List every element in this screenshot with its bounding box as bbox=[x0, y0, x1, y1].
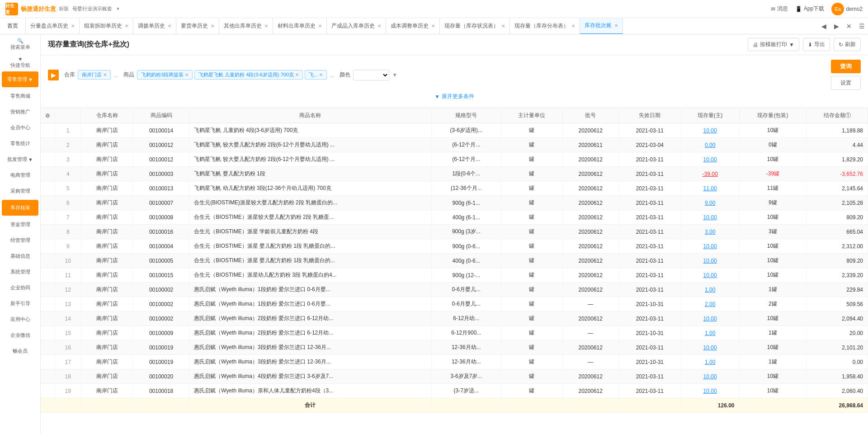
tab-cailiao[interactable]: 材料出库单历史 ✕ bbox=[273, 18, 327, 34]
tab-close-9[interactable]: ✕ bbox=[571, 24, 575, 28]
td-expiry: 2021-03-11 bbox=[618, 167, 681, 181]
tab-next-button[interactable]: ▶ bbox=[830, 20, 843, 33]
td-qty-main[interactable]: 9.00 bbox=[681, 196, 739, 210]
sidebar-item-basic[interactable]: 基础信息 bbox=[0, 248, 40, 264]
td-qty-main[interactable]: -39.00 bbox=[681, 167, 739, 181]
sidebar-item-member[interactable]: 会员中心 bbox=[0, 120, 40, 136]
product-tag-2-close[interactable]: ✕ bbox=[295, 72, 299, 77]
tab-kucun-active[interactable]: 库存批次账 ✕ bbox=[580, 18, 623, 34]
filter-product-tag-1[interactable]: 飞鹤奶粉3段两提装 ✕ bbox=[137, 70, 193, 80]
tab-diaobo[interactable]: 调拨单历史 ✕ bbox=[133, 18, 176, 34]
tab-close-1[interactable]: ✕ bbox=[125, 24, 128, 28]
td-qty-main[interactable]: 10.00 bbox=[681, 210, 739, 225]
expand-more-button[interactable]: ▼ 展开更多条件 bbox=[48, 90, 861, 103]
export-button[interactable]: ⬇ 导出 bbox=[803, 38, 830, 51]
filter-warehouse-tag[interactable]: 南岸门店 ✕ bbox=[78, 70, 111, 80]
sidebar-item-enterprise[interactable]: 企业协同 bbox=[0, 280, 40, 296]
tab-close-4[interactable]: ✕ bbox=[264, 24, 268, 28]
sidebar-item-retail[interactable]: 零售管理 ▼ bbox=[2, 71, 38, 87]
td-qty-main[interactable]: 11.00 bbox=[681, 181, 739, 196]
tab-menu-button[interactable]: ☰ bbox=[855, 20, 868, 33]
td-qty-main[interactable]: 3.00 bbox=[681, 225, 739, 239]
tab-close-5[interactable]: ✕ bbox=[318, 24, 322, 28]
tab-qitachuku[interactable]: 其他出库单历史 ✕ bbox=[219, 18, 273, 34]
td-qty-main[interactable]: 10.00 bbox=[681, 268, 739, 283]
filter-color-select[interactable] bbox=[353, 70, 389, 80]
td-qty-main[interactable]: 10.00 bbox=[681, 254, 739, 268]
app-download-button[interactable]: 📱 App下载 bbox=[795, 5, 824, 13]
td-name: 飞鹤星飞帆 较大婴儿配方奶粉 2段(6-12个月婴幼儿适用) ... bbox=[189, 152, 431, 167]
td-qty-main[interactable]: 10.00 bbox=[681, 239, 739, 254]
td-expiry: 2021-03-11 bbox=[618, 254, 681, 268]
sidebar-item-finance[interactable]: 资金管理 bbox=[0, 217, 40, 232]
tab-close-10[interactable]: ✕ bbox=[614, 23, 618, 28]
sidebar-search[interactable]: 🔍 搜索菜单 bbox=[0, 34, 40, 54]
tab-close-all-button[interactable]: ✕ bbox=[843, 20, 855, 33]
td-qty-main[interactable]: 10.00 bbox=[681, 369, 739, 384]
tab-yaohuo[interactable]: 要货单历史 ✕ bbox=[176, 18, 219, 34]
sidebar-item-app-center[interactable]: 应用中心 bbox=[0, 311, 40, 327]
tab-home[interactable]: 首页 bbox=[0, 18, 26, 34]
td-name: 惠氏启赋（Wyeth illuma）2段奶粉 爱尔兰进口 6-12月幼... bbox=[189, 311, 431, 326]
tab-close-3[interactable]: ✕ bbox=[211, 24, 214, 28]
filter-product-tag-3[interactable]: 飞... ✕ bbox=[305, 70, 327, 80]
setting-button[interactable]: 设置 bbox=[831, 76, 861, 90]
td-qty-main[interactable]: 10.00 bbox=[681, 340, 739, 355]
sidebar-item-member2[interactable]: 畅会员 bbox=[0, 343, 40, 359]
tab-close-0[interactable]: ✕ bbox=[71, 24, 75, 28]
warehouse-tag-close[interactable]: ✕ bbox=[103, 72, 107, 77]
td-warehouse: 南岸门店 bbox=[81, 181, 133, 196]
filter-product-tag-2[interactable]: 飞鹤星飞帆 儿童奶粉 4段(3-6岁适用) 700克 ✕ bbox=[194, 70, 303, 80]
td-qty-main[interactable]: 10.00 bbox=[681, 384, 739, 398]
td-code: 00100008 bbox=[133, 210, 189, 225]
message-button[interactable]: ✉ 消息 bbox=[771, 5, 788, 13]
filter-warehouse-dots[interactable]: ... bbox=[113, 72, 118, 78]
filter-toggle-button[interactable]: ▶ bbox=[48, 70, 59, 80]
sidebar-item-system[interactable]: 系统管理 bbox=[0, 264, 40, 280]
tab-xiancunliang1[interactable]: 现存量（库存状况表） ✕ bbox=[440, 18, 510, 34]
td-qty-main[interactable]: 2.00 bbox=[681, 297, 739, 311]
td-name: 合生元（BIOSTIME）派星 婴儿配方奶粉 1段 乳糖蛋白的... bbox=[189, 254, 431, 268]
sidebar-item-ecommerce[interactable]: 电商管理 bbox=[0, 167, 40, 183]
user-area[interactable]: Ea demo2 bbox=[831, 3, 863, 15]
sidebar-item-management[interactable]: 经营管理 bbox=[0, 232, 40, 248]
sidebar-item-purchase[interactable]: 采购管理 bbox=[0, 183, 40, 199]
settings-icon[interactable]: ⚙ bbox=[45, 113, 50, 119]
expand-icon: ▼ bbox=[434, 94, 440, 100]
filter-product-dots[interactable]: ... bbox=[330, 72, 334, 78]
td-spec: 0-6月婴儿... bbox=[431, 283, 501, 297]
product-tag-1-close[interactable]: ✕ bbox=[185, 72, 189, 77]
sidebar-item-retail-stats[interactable]: 零售统计 bbox=[0, 136, 40, 151]
tab-chanchenpin[interactable]: 产成品入库单历史 ✕ bbox=[327, 18, 386, 34]
sidebar-item-wechat[interactable]: 企业微信 bbox=[0, 327, 40, 343]
tab-xiancunliang2[interactable]: 现存量（库存分布表） ✕ bbox=[510, 18, 580, 34]
tab-close-6[interactable]: ✕ bbox=[377, 24, 381, 28]
td-qty-main[interactable]: 10.00 bbox=[681, 152, 739, 167]
tab-close-7[interactable]: ✕ bbox=[431, 24, 435, 28]
tab-close-2[interactable]: ✕ bbox=[168, 24, 171, 28]
sidebar-item-guide[interactable]: 新手引导 bbox=[0, 296, 40, 311]
th-expiry: 失效日期 bbox=[618, 108, 681, 123]
refresh-button[interactable]: ↻ 刷新 bbox=[834, 38, 861, 51]
tab-close-8[interactable]: ✕ bbox=[501, 24, 505, 28]
tab-prev-button[interactable]: ◀ bbox=[817, 20, 830, 33]
tab-chenben[interactable]: 成本调整单历史 ✕ bbox=[386, 18, 440, 34]
sidebar-item-mall[interactable]: 零售商城 bbox=[0, 88, 40, 104]
sidebar: 🔍 搜索菜单 ★ 快捷导航 零售管理 ▼ 零售商城 营销推广 会员中心 零售统计 bbox=[0, 34, 41, 434]
tab-fenliang[interactable]: 分量盘点单历史 ✕ bbox=[26, 18, 80, 34]
td-qty-main[interactable]: 1.00 bbox=[681, 326, 739, 340]
product-tag-3-close[interactable]: ✕ bbox=[319, 72, 323, 77]
query-button[interactable]: 查询 bbox=[831, 60, 861, 73]
tab-zuzhuang[interactable]: 组装拆卸单历史 ✕ bbox=[80, 18, 133, 34]
sidebar-item-marketing[interactable]: 营销推广 bbox=[0, 104, 40, 120]
td-qty-main[interactable]: 1.00 bbox=[681, 355, 739, 369]
td-qty-main[interactable]: 1.00 bbox=[681, 283, 739, 297]
sidebar-nav[interactable]: ★ 快捷导航 bbox=[0, 54, 40, 71]
sidebar-item-inventory[interactable]: 库存核算 bbox=[2, 200, 38, 216]
td-qty-main[interactable]: 10.00 bbox=[681, 311, 739, 326]
sidebar-item-wholesale[interactable]: 批发管理 ▼ bbox=[0, 151, 40, 167]
td-qty-main[interactable]: 0.00 bbox=[681, 138, 739, 152]
print-button[interactable]: 🖨 按模板打印 ▼ bbox=[748, 38, 799, 51]
td-qty-main[interactable]: 10.00 bbox=[681, 123, 739, 138]
th-settings[interactable]: ⚙ bbox=[41, 108, 55, 123]
